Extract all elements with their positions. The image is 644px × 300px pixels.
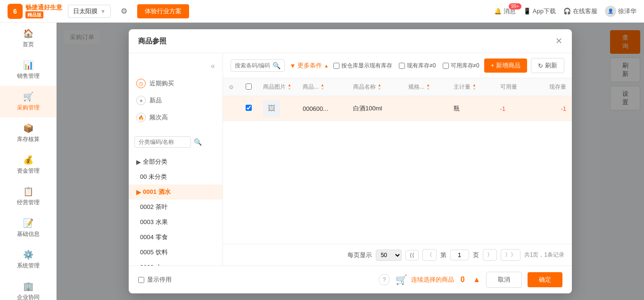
category-search-input[interactable] <box>134 136 191 148</box>
show-disabled-checkbox-label[interactable]: 显示停用 <box>138 275 172 284</box>
notif-badge: 99+ <box>509 3 521 9</box>
sort-arrows-unit: ▲▼ <box>472 83 476 91</box>
expand-icon: ▶ <box>136 158 141 166</box>
topbar: 6 畅捷通好生意 精品版 日太阳膜 ▼ ⚙ 体验行业方案 🔔 消息 99+ 📱 … <box>0 0 644 23</box>
sidebar-item-finance[interactable]: 💰 资金管理 <box>0 149 56 181</box>
sidebar-item-inventory[interactable]: 📦 库存核算 <box>0 117 56 149</box>
row-select-checkbox[interactable] <box>246 105 252 111</box>
trial-btn[interactable]: 体验行业方案 <box>137 4 189 18</box>
sidebar-item-system[interactable]: ⚙️ 系统管理 <box>0 244 56 275</box>
row-stock: -1 <box>533 96 572 121</box>
download-icon: 📱 <box>523 8 531 15</box>
check-current-text: 现有库存≠0 <box>407 62 436 70</box>
first-page-btn[interactable]: ⟨⟨ <box>405 250 419 260</box>
notification-btn[interactable]: 🔔 消息 99+ <box>494 7 516 16</box>
th-code-label: 商品... <box>303 83 319 91</box>
purchase-icon: 🛒 <box>23 92 33 102</box>
left-nav-frequent[interactable]: 🔥 频次高 <box>129 109 223 126</box>
cart-area[interactable]: 🛒 连续选择的商品 0 <box>396 274 467 285</box>
category-0008[interactable]: 0008 水 <box>129 260 223 266</box>
left-nav-new-label: 新品 <box>149 96 162 105</box>
page-size-select[interactable]: 50 100 200 <box>376 250 402 261</box>
table-row[interactable]: 🖼 000600... 白酒100ml <box>223 96 572 121</box>
sidebar-item-operation[interactable]: 📋 经营管理 <box>0 181 56 212</box>
th-name-label: 商品名称 <box>353 83 376 91</box>
logo-icon: 6 <box>8 4 23 19</box>
product-search-box: 🔍 <box>231 59 285 72</box>
category-0004[interactable]: 0004 零食 <box>129 230 223 245</box>
clock-icon: ◷ <box>139 81 143 87</box>
th-stock: 现存量 <box>533 78 572 96</box>
online-service-label: 在线客服 <box>573 7 597 16</box>
sidebar-item-home[interactable]: 🏠 首页 <box>0 23 56 54</box>
right-panel: 🔍 ▼ 更多条件 ▲ 按仓库显示现有库存 <box>223 53 572 266</box>
sort-arrows-code: ▲▼ <box>321 83 324 91</box>
category-all[interactable]: ▶ 全部分类 <box>129 154 223 169</box>
check-available-label[interactable]: 可用库存≠0 <box>443 62 479 70</box>
th-unit-label: 主计量 <box>454 83 471 91</box>
app-download-label: App下载 <box>533 7 556 16</box>
modal-close-btn[interactable]: ✕ <box>555 36 562 46</box>
image-placeholder: 🖼 <box>268 104 275 113</box>
store-selector[interactable]: 日太阳膜 ▼ <box>68 5 111 18</box>
product-search-input[interactable] <box>235 62 270 69</box>
left-nav-new[interactable]: ★ 新品 <box>129 92 223 109</box>
category-0003[interactable]: 0003 水果 <box>129 215 223 230</box>
next-page-btn[interactable]: 〉 <box>483 249 497 261</box>
content-area: 采购订单 查询 刷新 设置 商品参照 ✕ <box>57 23 644 300</box>
more-filter-btn[interactable]: ▼ 更多条件 ▲ <box>289 61 329 70</box>
page-number-input[interactable] <box>450 250 469 260</box>
th-spec-label: 规格... <box>408 83 424 91</box>
prev-page-btn[interactable]: 〈 <box>422 249 437 261</box>
select-all-checkbox[interactable] <box>246 83 252 90</box>
check-available[interactable] <box>443 63 449 69</box>
category-0002[interactable]: 0002 茶叶 <box>129 200 223 215</box>
modal-overlay: 商品参照 ✕ « ◷ <box>57 23 644 300</box>
app-download-btn[interactable]: 📱 App下载 <box>523 7 556 16</box>
filter-arrow: ▲ <box>324 63 329 68</box>
sidebar-item-sales[interactable]: 📊 销售管理 <box>0 54 56 86</box>
check-warehouse-label[interactable]: 按仓库显示现有库存 <box>333 62 392 70</box>
category-0005[interactable]: 0005 饮料 <box>129 245 223 260</box>
th-unit: 主计量 ▲▼ <box>448 78 495 96</box>
th-settings[interactable]: ⚙ <box>223 78 240 96</box>
check-warehouse[interactable] <box>333 63 339 69</box>
settings-icon: ⚙ <box>229 84 234 91</box>
row-checkbox[interactable] <box>240 96 257 121</box>
cart-icon: 🛒 <box>396 274 407 285</box>
gear-button[interactable]: ⚙ <box>116 4 132 19</box>
row-available: -1 <box>495 96 533 121</box>
th-image-label: 商品图片 <box>263 83 286 91</box>
collapse-cart-btn[interactable]: ▲ <box>473 275 480 284</box>
last-page-btn[interactable]: 〉〉 <box>501 249 520 261</box>
filter-checkboxes: 按仓库显示现有库存 现有库存≠0 可用库存≠0 <box>333 62 479 70</box>
category-0001[interactable]: ▶ 0001 酒水 <box>129 184 223 200</box>
filter-label: 更多条件 <box>297 61 322 70</box>
category-00[interactable]: 00 未分类 <box>129 169 223 184</box>
show-disabled-checkbox[interactable] <box>138 277 144 283</box>
left-nav-recent[interactable]: ◷ 近期购买 <box>129 75 223 92</box>
refresh-btn[interactable]: ↻ 刷新 <box>531 58 564 73</box>
confirm-btn[interactable]: 确定 <box>528 272 562 287</box>
check-current-label[interactable]: 现有库存≠0 <box>399 62 436 70</box>
enterprise-icon: 🏢 <box>23 281 33 292</box>
online-service-btn[interactable]: 🎧 在线客服 <box>563 7 597 16</box>
th-checkbox[interactable] <box>240 78 257 96</box>
sidebar-item-basic-info[interactable]: 📝 基础信息 <box>0 212 56 244</box>
sales-icon: 📊 <box>23 60 33 70</box>
brand-badge: 精品版 <box>25 11 43 18</box>
cancel-btn[interactable]: 取消 <box>486 272 522 288</box>
user-avatar[interactable]: 👤 徐泽华 <box>605 6 636 17</box>
check-current[interactable] <box>399 63 405 69</box>
collapse-left-btn[interactable]: « <box>207 59 219 73</box>
category-search-icon[interactable]: 🔍 <box>194 138 202 146</box>
app-logo: 6 畅捷通好生意 精品版 <box>8 4 62 19</box>
search-icon[interactable]: 🔍 <box>272 62 281 69</box>
page-total-info: 共1页，1条记录 <box>524 251 564 259</box>
add-product-btn[interactable]: + 新增商品 <box>484 58 527 73</box>
sidebar-item-purchase[interactable]: 🛒 采购管理 <box>0 86 56 117</box>
sidebar-item-enterprise[interactable]: 🏢 企业协同 <box>0 275 56 300</box>
refresh-icon: ↻ <box>538 62 543 69</box>
product-table-container: ⚙ 商品图片 ▲▼ <box>223 78 572 244</box>
help-icon[interactable]: ? <box>379 274 390 285</box>
